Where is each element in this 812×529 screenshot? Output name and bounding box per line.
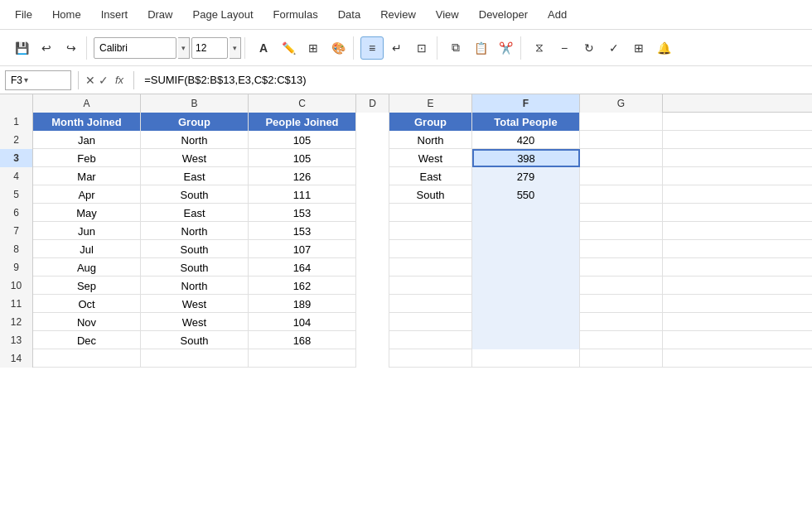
col-header-a[interactable]: A <box>33 94 141 113</box>
cell-d8[interactable] <box>356 240 389 258</box>
cell-b9[interactable]: South <box>141 258 249 277</box>
cell-d9[interactable] <box>356 258 389 277</box>
cell-a4[interactable]: Mar <box>33 167 141 185</box>
cell-g3[interactable] <box>580 149 663 167</box>
cell-d5[interactable] <box>356 185 389 204</box>
cell-c11[interactable]: 189 <box>249 295 356 313</box>
cell-d14[interactable] <box>356 349 389 368</box>
menu-developer[interactable]: Developer <box>471 5 536 24</box>
paste-btn[interactable]: 📋 <box>469 36 492 60</box>
check-btn[interactable]: ✓ <box>602 36 626 60</box>
copy-btn[interactable]: ⧉ <box>444 36 467 60</box>
cell-g8[interactable] <box>580 240 663 258</box>
cell-g10[interactable] <box>580 277 663 295</box>
cell-d4[interactable] <box>356 167 389 185</box>
cell-c2[interactable]: 105 <box>249 131 356 149</box>
merge-btn[interactable]: ⊡ <box>410 36 433 60</box>
redo-btn[interactable]: ↪ <box>60 36 83 60</box>
filter-btn[interactable]: ⧖ <box>528 36 551 60</box>
col-header-b[interactable]: B <box>141 94 249 113</box>
cell-c14[interactable] <box>249 349 356 368</box>
menu-data[interactable]: Data <box>330 5 369 24</box>
cell-a7[interactable]: Jun <box>33 222 141 240</box>
formula-input[interactable] <box>141 70 807 90</box>
cell-e14[interactable] <box>389 349 472 368</box>
cell-f11[interactable] <box>472 295 580 313</box>
cell-g14[interactable] <box>580 349 663 368</box>
cell-c12[interactable]: 104 <box>249 313 356 331</box>
cell-g2[interactable] <box>580 131 663 149</box>
cell-d2[interactable] <box>356 131 389 149</box>
cell-f4[interactable]: 279 <box>472 167 580 185</box>
cell-f5[interactable]: 550 <box>472 185 580 204</box>
apps-btn[interactable]: ⊞ <box>627 36 650 60</box>
undo-btn[interactable]: ↩ <box>35 36 58 60</box>
header-group[interactable]: Group <box>141 113 249 131</box>
cell-f7[interactable] <box>472 222 580 240</box>
cell-e2[interactable]: North <box>389 131 472 149</box>
cell-c3[interactable]: 105 <box>249 149 356 167</box>
cell-b6[interactable]: East <box>141 204 249 222</box>
cell-g13[interactable] <box>580 331 663 349</box>
cell-a9[interactable]: Aug <box>33 258 141 277</box>
cell-c8[interactable]: 107 <box>249 240 356 258</box>
cut-btn[interactable]: ✂️ <box>494 36 517 60</box>
cell-e10[interactable] <box>389 277 472 295</box>
fill-color-btn[interactable]: 🎨 <box>326 36 350 60</box>
cell-a13[interactable]: Dec <box>33 331 141 349</box>
font-size-input[interactable] <box>191 37 228 59</box>
wrap-text-btn[interactable]: ↵ <box>385 36 408 60</box>
header-month-joined[interactable]: Month Joined <box>33 113 141 131</box>
cell-b14[interactable] <box>141 349 249 368</box>
menu-draw[interactable]: Draw <box>139 5 181 24</box>
cell-b4[interactable]: East <box>141 167 249 185</box>
cell-e9[interactable] <box>389 258 472 277</box>
cell-e3[interactable]: West <box>389 149 472 167</box>
minus-btn[interactable]: − <box>553 36 576 60</box>
cell-b11[interactable]: West <box>141 295 249 313</box>
cell-c13[interactable]: 168 <box>249 331 356 349</box>
cell-f12[interactable] <box>472 313 580 331</box>
cell-a8[interactable]: Jul <box>33 240 141 258</box>
cell-b8[interactable]: South <box>141 240 249 258</box>
cell-a5[interactable]: Apr <box>33 185 141 204</box>
cell-a3[interactable]: Feb <box>33 149 141 167</box>
cell-e5[interactable]: South <box>389 185 472 204</box>
cell-a2[interactable]: Jan <box>33 131 141 149</box>
cell-d1[interactable] <box>356 113 389 131</box>
menu-formulas[interactable]: Formulas <box>265 5 326 24</box>
cell-name-box[interactable]: F3 ▾ <box>5 70 71 90</box>
bell-btn[interactable]: 🔔 <box>652 36 675 60</box>
cell-c6[interactable]: 153 <box>249 204 356 222</box>
col-header-c[interactable]: C <box>249 94 356 113</box>
cell-e11[interactable] <box>389 295 472 313</box>
cell-f8[interactable] <box>472 240 580 258</box>
font-name-input[interactable] <box>94 37 176 59</box>
cell-d6[interactable] <box>356 204 389 222</box>
cell-f2[interactable]: 420 <box>472 131 580 149</box>
cell-e7[interactable] <box>389 222 472 240</box>
cell-f3[interactable]: 398 <box>472 149 580 167</box>
cell-d13[interactable] <box>356 331 389 349</box>
cell-g1[interactable] <box>580 113 663 131</box>
cell-c4[interactable]: 126 <box>249 167 356 185</box>
header-sum-group[interactable]: Group <box>389 113 472 131</box>
cell-e4[interactable]: East <box>389 167 472 185</box>
cell-d3[interactable] <box>356 149 389 167</box>
menu-review[interactable]: Review <box>372 5 424 24</box>
cell-b13[interactable]: South <box>141 331 249 349</box>
cell-d11[interactable] <box>356 295 389 313</box>
cell-b2[interactable]: North <box>141 131 249 149</box>
name-box-dropdown[interactable]: ▾ <box>24 75 28 84</box>
save-btn[interactable]: 💾 <box>10 36 33 60</box>
cell-d7[interactable] <box>356 222 389 240</box>
cell-a14[interactable] <box>33 349 141 368</box>
cell-b12[interactable]: West <box>141 313 249 331</box>
cell-e12[interactable] <box>389 313 472 331</box>
cell-f9[interactable] <box>472 258 580 277</box>
col-header-f[interactable]: F <box>472 94 580 113</box>
cell-a10[interactable]: Sep <box>33 277 141 295</box>
refresh-btn[interactable]: ↻ <box>578 36 601 60</box>
font-size-dropdown[interactable]: ▾ <box>230 37 241 59</box>
cell-e8[interactable] <box>389 240 472 258</box>
